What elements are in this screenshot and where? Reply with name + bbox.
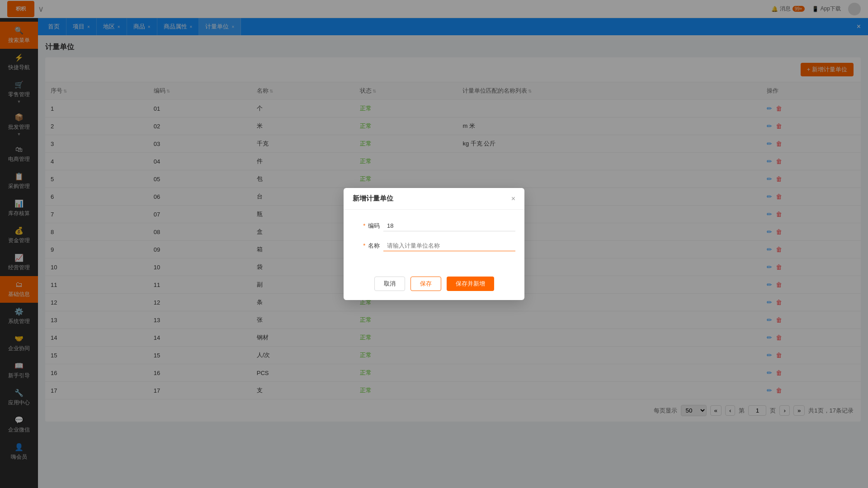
add-unit-modal: 新增计量单位 × * 编码 * 名称 取消 保存 保存并新增	[344, 188, 524, 300]
save-button[interactable]: 保存	[410, 277, 441, 291]
name-label: * 名称	[353, 242, 380, 250]
form-item-code: * 编码	[353, 221, 515, 231]
modal-header: 新增计量单位 ×	[344, 188, 524, 210]
name-input[interactable]	[383, 240, 515, 251]
code-input[interactable]	[383, 221, 515, 231]
modal-close-btn[interactable]: ×	[511, 195, 515, 203]
modal-overlay: 新增计量单位 × * 编码 * 名称 取消 保存 保存并新增	[0, 0, 868, 488]
code-label-text: 编码	[368, 222, 380, 229]
code-label: * 编码	[353, 222, 380, 230]
modal-title: 新增计量单位	[353, 194, 393, 203]
name-label-text: 名称	[368, 242, 380, 249]
cancel-button[interactable]: 取消	[374, 277, 405, 291]
save-new-button[interactable]: 保存并新增	[447, 277, 494, 291]
modal-footer: 取消 保存 保存并新增	[344, 271, 524, 300]
code-required-mark: *	[363, 222, 365, 229]
name-required-mark: *	[363, 242, 365, 249]
modal-body: * 编码 * 名称	[344, 210, 524, 271]
form-item-name: * 名称	[353, 240, 515, 251]
